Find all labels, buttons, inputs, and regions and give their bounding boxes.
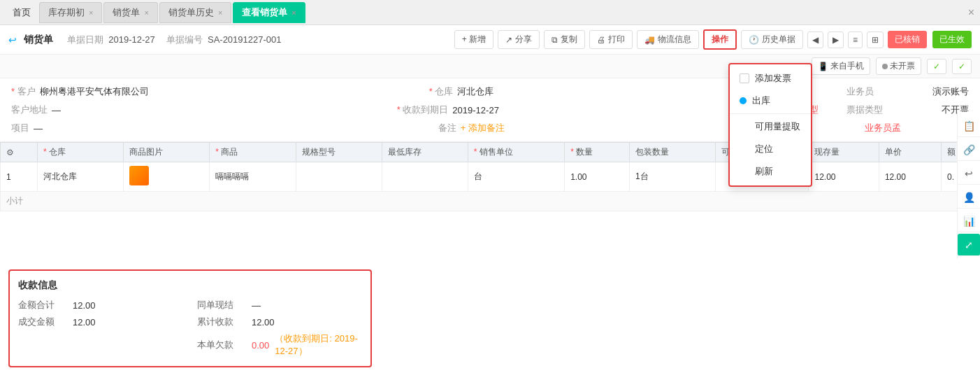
copy-icon: ⧉ <box>552 35 558 45</box>
not-open-button[interactable]: 未开票 <box>876 57 921 75</box>
operate-dropdown: 添加发票 出库 可用量提取 定位 刷新 <box>728 63 812 187</box>
form-area: 客户 柳州粤港平安气体有限公司 仓库 河北仓库 业务员 演示账号 客户地址 — … <box>0 78 980 141</box>
not-open-label: 未开票 <box>890 60 915 72</box>
right-tool-3[interactable]: ↩ <box>958 162 980 185</box>
add-invoice-item[interactable]: 添加发票 <box>730 67 811 90</box>
same-order-value: — <box>252 300 261 311</box>
dropdown-divider <box>730 113 811 114</box>
operator-label: 业务员 <box>846 85 874 98</box>
col-warehouse: * 仓库 <box>38 143 124 162</box>
refresh-item[interactable]: 刷新 <box>730 160 811 183</box>
toolbar-right: + 新增 ↗ 分享 ⧉ 复制 🖨 打印 🚚 物流信息 操作 🕐 历史单据 <box>454 29 972 50</box>
tab-home[interactable]: 首页 <box>6 6 38 19</box>
from-phone-button[interactable]: 📱 来自手机 <box>812 57 870 75</box>
project-label: 项目 <box>11 122 29 134</box>
close-sales-icon[interactable]: × <box>144 8 148 17</box>
gear-icon: ⚙ <box>6 148 14 157</box>
share-icon: ↗ <box>505 35 512 45</box>
from-phone-label: 来自手机 <box>830 60 864 72</box>
view1-button[interactable]: ≡ <box>848 31 863 48</box>
operate-button[interactable]: 操作 <box>703 29 737 50</box>
locate-item[interactable]: 定位 <box>730 138 811 160</box>
row-unit: 台 <box>468 162 564 192</box>
total-amount-label: 金额合计 <box>18 299 67 311</box>
right-tool-5[interactable]: 📊 <box>958 210 980 232</box>
col-pack-qty: 包装数量 <box>630 143 716 162</box>
history-button[interactable]: 🕐 历史单据 <box>741 30 803 49</box>
close-all-button[interactable]: × <box>968 6 974 19</box>
toolbar: ↩ 销货单 单据日期 2019-12-27 单据编号 SA-20191227-0… <box>0 25 980 55</box>
overdue-label: 本单欠款 <box>197 339 246 351</box>
form-row-3: 项目 — 备注 + 添加备注 业务员孟 — <box>11 122 969 134</box>
product-table-wrapper: ⚙ * 仓库 商品图片 * 商品 规格型号 最低库存 * 销售单位 * 数量 包… <box>0 141 980 264</box>
dot-icon <box>882 64 888 69</box>
right-tools-panel: 📋 🔗 ↩ 👤 📊 ⤢ <box>957 112 980 259</box>
check2-button[interactable]: ✓ <box>952 59 972 74</box>
truck-icon: 🚚 <box>644 35 655 45</box>
address-field: 客户地址 — <box>11 104 383 116</box>
doc-title: 销货单 <box>24 34 53 46</box>
prev-button[interactable]: ◀ <box>807 31 823 48</box>
outbound-item[interactable]: 出库 <box>730 90 811 112</box>
right-tool-4[interactable]: 👤 <box>958 186 980 209</box>
note-label: 备注 <box>438 122 456 134</box>
close-check-sales-icon[interactable]: × <box>291 8 296 17</box>
overdue-suffix: （收款到期日: 2019-12-27） <box>275 332 362 358</box>
number-label: 单据编号 SA-20191227-001 <box>166 34 282 46</box>
logistics-label: 物流信息 <box>658 34 691 45</box>
subtotal-label: 小计 <box>1 192 980 211</box>
tab-sales[interactable]: 销货单 × <box>103 2 157 23</box>
doc-icon: ↩ <box>8 34 17 45</box>
due-amount-row <box>18 332 183 358</box>
col-settings[interactable]: ⚙ <box>1 143 38 162</box>
share-label: 分享 <box>515 34 532 45</box>
address-label: 客户地址 <box>11 104 48 116</box>
copy-button[interactable]: ⧉ 复制 <box>544 30 585 49</box>
subtotal-row: 小计 <box>1 192 980 211</box>
row-warehouse: 河北仓库 <box>38 162 124 192</box>
right-tool-1[interactable]: 📋 <box>958 115 980 137</box>
print-button[interactable]: 🖨 打印 <box>589 30 633 49</box>
row-price: 12.00 <box>879 162 941 192</box>
number-value: SA-20191227-001 <box>208 34 282 45</box>
tab-bar: 首页 库存期初 × 销货单 × 销货单历史 × 查看销货单 × × <box>0 0 980 25</box>
table-row: 1 河北仓库 嗝嗝嗝嗝 台 1.00 1台 12.00 12.00 0. <box>1 162 980 192</box>
deal-amount-row: 成交金额 12.00 <box>18 316 183 328</box>
right-tool-2[interactable]: 🔗 <box>958 139 980 161</box>
ticket-label2: 票据类型 <box>846 104 883 116</box>
check-button[interactable]: ✓ <box>927 59 946 74</box>
close-sales-history-icon[interactable]: × <box>218 8 222 17</box>
logistics-button[interactable]: 🚚 物流信息 <box>637 30 699 49</box>
next-button[interactable]: ▶ <box>828 31 844 48</box>
customer-value: 柳州粤港平安气体有限公司 <box>40 85 149 98</box>
tab-check-sales[interactable]: 查看销货单 × <box>233 2 305 23</box>
add-note-button[interactable]: + 添加备注 <box>461 122 505 134</box>
doc-meta: 单据日期 2019-12-27 单据编号 SA-20191227-001 <box>67 34 282 46</box>
row-pack-qty: 1台 <box>630 162 716 192</box>
product-table: ⚙ * 仓库 商品图片 * 商品 规格型号 最低库存 * 销售单位 * 数量 包… <box>0 142 980 211</box>
new-button[interactable]: + 新增 <box>454 30 493 49</box>
close-inventory-icon[interactable]: × <box>89 8 93 17</box>
overdue-value: 0.00 <box>252 340 269 351</box>
overdue-row: 本单欠款 0.00 （收款到期日: 2019-12-27） <box>197 332 362 358</box>
history-icon: 🕐 <box>749 35 759 45</box>
nukesales-button[interactable]: 已核销 <box>888 31 927 48</box>
total-amount-value: 12.00 <box>73 300 96 311</box>
tab-inventory[interactable]: 库存期初 × <box>39 2 102 23</box>
available-qty-item[interactable]: 可用量提取 <box>730 115 811 138</box>
check-icon: ✓ <box>933 62 940 71</box>
same-order-label: 同单现结 <box>197 299 246 311</box>
cumulative-label: 累计收款 <box>197 316 246 328</box>
tab-sales-history[interactable]: 销货单历史 × <box>159 2 231 23</box>
effective-button[interactable]: 已生效 <box>932 31 972 48</box>
view2-button[interactable]: ⊞ <box>867 31 884 48</box>
phone-icon: 📱 <box>818 62 828 71</box>
print-icon: 🖨 <box>597 35 605 45</box>
warehouse-label: 仓库 <box>429 85 454 98</box>
due-date-value: 2019-12-27 <box>452 105 499 115</box>
right-tool-expand[interactable]: ⤢ <box>958 234 980 256</box>
add-invoice-label: 添加发票 <box>755 72 791 85</box>
form-row-2: 客户地址 — 收款到期日 2019-12-27 票据类型 票据类型 不开票 <box>11 104 969 116</box>
share-button[interactable]: ↗ 分享 <box>498 30 540 49</box>
col-min-stock: 最低库存 <box>382 143 468 162</box>
